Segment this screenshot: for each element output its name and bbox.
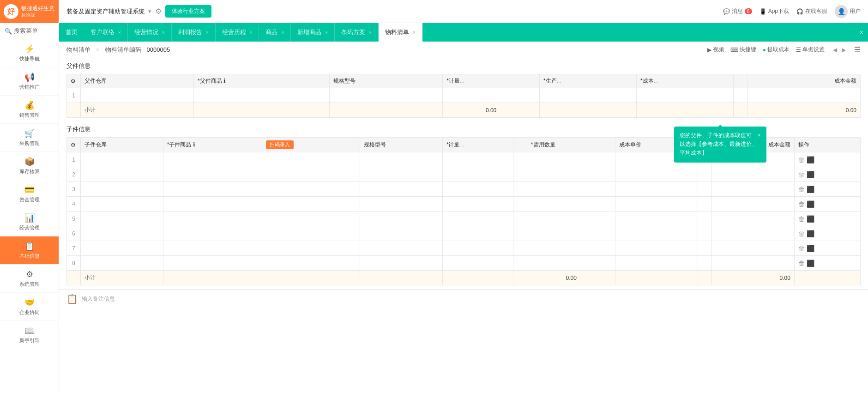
operations-icon: 📊 [24,213,35,223]
child-row-num-1: 1 [67,152,81,167]
delete-icon-1[interactable]: 🗑 [798,156,805,163]
page-content: 物料清单 > 物料清单编码 0000005 ▶ 视频 ⌨ 快捷键 ● 提取成本 [59,42,868,393]
parent-cost-1[interactable] [637,88,734,103]
sidebar-item-operations[interactable]: 📊 经营管理 [0,208,59,236]
delete-icon-5[interactable]: 🗑 [798,215,805,223]
tab-close-products[interactable]: × [281,30,284,35]
parent-spec-1[interactable] [330,88,443,103]
child-unit-cost-2[interactable] [615,167,698,182]
parent-col-settings[interactable]: ⚙ [67,74,81,88]
parent-produce-1[interactable] [540,88,637,103]
parent-product-1[interactable] [194,88,330,103]
shortcut-btn[interactable]: ⌨ 快捷键 [730,46,756,54]
copy-icon-7[interactable]: ⬛ [807,245,814,252]
parent-subtotal-empty5 [637,103,734,118]
delete-icon-3[interactable]: 🗑 [798,186,805,193]
sidebar: 好 畅捷通好生意 标准版 🔍 搜索菜单 ⚡ 快捷导航 📢 营销推广 💰 销售管理… [0,0,59,393]
tab-close-client[interactable]: × [118,30,121,35]
tab-barcode[interactable]: 条码方案 × [335,23,379,42]
tab-new-product[interactable]: 新增商品 × [291,23,335,42]
view-btn[interactable]: ▶ 视频 [707,46,724,54]
scan-button[interactable]: 扫码录入 [266,140,294,149]
tab-close-history[interactable]: × [250,30,253,35]
delete-icon-7[interactable]: 🗑 [798,245,805,252]
child-qty-1[interactable] [527,152,615,167]
copy-icon-5[interactable]: ⬛ [807,215,814,223]
parent-subtotal-label: 小计 [81,103,194,118]
message-item[interactable]: 💬 消息 6 [723,7,752,15]
logo-icon: 好 [4,4,18,19]
tooltip-close-btn[interactable]: × [758,131,761,140]
tab-home[interactable]: 首页 [59,28,84,36]
parent-col-spec: 规格型号 [330,74,443,88]
sidebar-item-purchase[interactable]: 🛒 采购管理 [0,124,59,152]
close-all-tabs[interactable]: × [855,29,868,36]
sidebar-item-sales[interactable]: 💰 销售管理 [0,96,59,124]
sidebar-item-inventory[interactable]: 📦 库存核算 [0,152,59,180]
copy-icon-3[interactable]: ⬛ [807,186,814,193]
sidebar-item-basic-info[interactable]: 📋 基础信息 [0,236,59,265]
sidebar-item-system[interactable]: ⚙ 系统管理 [0,265,59,293]
sidebar-item-finance[interactable]: 💳 资金管理 [0,180,59,208]
sidebar-item-enterprise[interactable]: 🤝 企业协同 [0,293,59,321]
parent-col-sort [733,74,747,88]
parent-warehouse-1[interactable] [81,88,194,103]
note-placeholder[interactable]: 输入备注信息 [82,295,115,303]
child-qty-2[interactable] [527,167,615,182]
breadcrumb-bom-code[interactable]: 物料清单编码 [105,46,141,54]
tab-close-barcode[interactable]: × [369,30,372,35]
user-item[interactable]: 👤 用户 [835,5,861,18]
system-name: 装备及固定资产辅助管理系统 [66,7,145,16]
child-product-1[interactable] [163,152,262,167]
tab-profit[interactable]: 利润报告 × [172,23,216,42]
tab-client-contact[interactable]: 客户联络 × [84,23,128,42]
dropdown-arrow-icon[interactable]: ▾ [148,8,151,15]
trial-button[interactable]: 体验行业方案 [165,5,211,18]
delete-icon-2[interactable]: 🗑 [798,171,805,178]
settings-btn[interactable]: ☰ 单据设置 [796,46,825,54]
sidebar-item-guide[interactable]: 📖 新手引导 [0,321,59,349]
tab-close-new-product[interactable]: × [325,30,328,35]
child-spec-2[interactable] [360,167,443,182]
breadcrumb-code-value: 0000005 [147,46,170,53]
list-view-icon[interactable]: ☰ [854,45,861,54]
tab-products[interactable]: 商品 × [259,23,291,42]
sidebar-search[interactable]: 🔍 搜索菜单 [0,23,59,39]
child-warehouse-1[interactable] [81,152,163,167]
copy-icon-2[interactable]: ⬛ [807,171,814,178]
delete-icon-4[interactable]: 🗑 [798,200,805,208]
copy-icon-8[interactable]: ⬛ [807,260,814,267]
parent-unit-1[interactable] [443,88,540,103]
child-warehouse-2[interactable] [81,167,163,182]
sidebar-item-quick[interactable]: ⚡ 快捷导航 [0,39,59,67]
copy-icon-4[interactable]: ⬛ [807,200,814,208]
cost-btn[interactable]: ● 提取成本 [763,46,790,54]
child-spec-1[interactable] [360,152,443,167]
parent-subtotal-empty1 [67,103,81,118]
nav-arrows: ◀ ▶ [831,46,848,54]
app-download-item[interactable]: 📱 App下载 [760,7,789,15]
copy-icon-1[interactable]: ⬛ [807,156,814,163]
tab-operations[interactable]: 经营情况 × [128,23,172,42]
tab-close-profit[interactable]: × [206,30,209,35]
breadcrumb-bom[interactable]: 物料清单 [66,46,90,54]
delete-icon-8[interactable]: 🗑 [798,260,805,267]
guide-icon: 📖 [24,326,35,336]
settings-icon[interactable]: ⚙ [155,7,162,16]
tab-close-ops[interactable]: × [162,30,165,35]
delete-icon-6[interactable]: 🗑 [798,230,805,237]
online-service-item[interactable]: 🎧 在线客服 [796,7,827,15]
tab-history[interactable]: 经营历程 × [216,23,259,42]
tab-close-bom[interactable]: × [413,30,416,35]
child-unit-1[interactable] [442,152,513,167]
child-product-2[interactable] [163,167,262,182]
copy-icon-6[interactable]: ⬛ [807,230,814,237]
child-col-settings[interactable]: ⚙ [67,138,81,152]
parent-col-product: *父件商品 ℹ [194,74,330,88]
child-unit-2[interactable] [442,167,513,182]
tab-bom[interactable]: 物料清单 × [379,23,422,42]
next-arrow[interactable]: ▶ [840,46,848,54]
sidebar-item-marketing[interactable]: 📢 营销推广 [0,67,59,96]
prev-arrow[interactable]: ◀ [831,46,839,54]
keyboard-icon: ⌨ [730,47,738,53]
